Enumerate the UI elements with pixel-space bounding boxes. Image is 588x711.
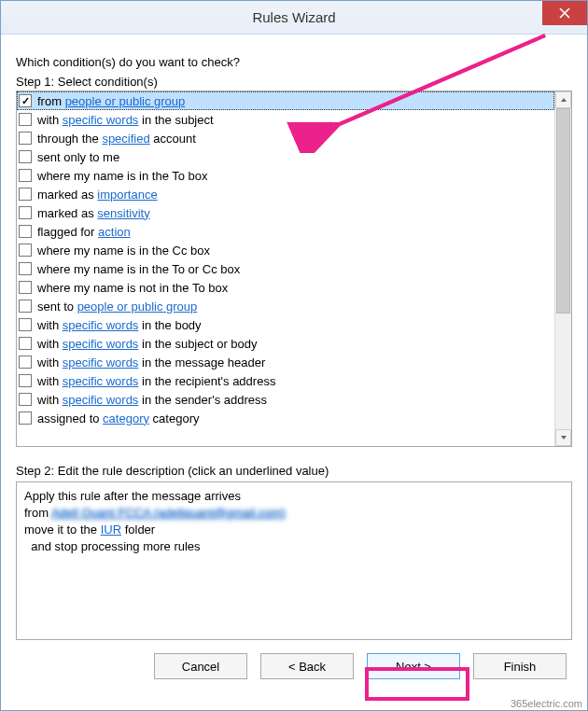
step1-label: Step 1: Select condition(s) [16, 75, 572, 89]
condition-row[interactable]: where my name is in the Cc box [17, 241, 554, 259]
watermark: 365electric.com [511, 698, 582, 709]
condition-checkbox[interactable] [19, 393, 32, 406]
condition-row[interactable]: through the specified account [17, 129, 554, 147]
condition-text: where my name is in the Cc box [37, 244, 210, 258]
condition-value-link[interactable]: specific words [63, 374, 139, 388]
cancel-button[interactable]: Cancel [154, 653, 247, 679]
condition-text: where my name is in the To or Cc box [37, 262, 240, 276]
client-area: Which condition(s) do you want to check?… [1, 35, 587, 710]
condition-row[interactable]: with specific words in the message heade… [17, 353, 554, 371]
desc-line-3: move it to the IUR folder [24, 522, 564, 538]
condition-checkbox[interactable] [19, 356, 32, 369]
condition-row[interactable]: where my name is in the To box [17, 166, 554, 185]
condition-checkbox[interactable] [19, 132, 32, 145]
back-button[interactable]: < Back [260, 653, 354, 679]
desc-line-2: from Adell Quant FCCA (adellquant@gmail.… [24, 505, 564, 522]
next-button[interactable]: Next > [367, 653, 460, 679]
step2-label: Step 2: Edit the rule description (click… [16, 464, 572, 478]
condition-text: sent to people or public group [37, 300, 197, 314]
scroll-down-button[interactable] [555, 429, 571, 446]
condition-checkbox[interactable] [19, 94, 32, 107]
condition-checkbox[interactable] [19, 337, 32, 350]
scroll-up-button[interactable] [555, 91, 571, 108]
conditions-list-items[interactable]: from people or public groupwith specific… [17, 91, 554, 446]
rules-wizard-dialog: Rules Wizard Which condition(s) do you w… [0, 0, 588, 711]
title-text: Rules Wizard [1, 9, 587, 25]
condition-value-link[interactable]: specific words [63, 393, 139, 407]
condition-text: marked as sensitivity [37, 206, 150, 220]
desc-line-4: and stop processing more rules [24, 538, 564, 555]
condition-value-link[interactable]: people or public group [77, 300, 198, 314]
condition-row[interactable]: marked as importance [17, 185, 554, 203]
condition-checkbox[interactable] [19, 188, 32, 201]
condition-row[interactable]: assigned to category category [17, 409, 554, 427]
condition-text: with specific words in the subject or bo… [37, 337, 258, 351]
condition-checkbox[interactable] [19, 300, 32, 313]
condition-text: assigned to category category [37, 411, 199, 425]
condition-value-link[interactable]: specific words [63, 337, 139, 351]
condition-row[interactable]: marked as sensitivity [17, 203, 554, 222]
condition-row[interactable]: where my name is not in the To box [17, 278, 554, 297]
close-icon [559, 7, 570, 19]
condition-value-link[interactable]: specific words [63, 318, 139, 332]
condition-checkbox[interactable] [19, 262, 32, 275]
condition-text: marked as importance [37, 188, 158, 202]
scrollbar[interactable] [554, 91, 571, 446]
condition-text: with specific words in the recipient's a… [37, 374, 275, 388]
condition-checkbox[interactable] [19, 169, 32, 182]
condition-text: with specific words in the message heade… [37, 356, 265, 369]
scroll-track[interactable] [555, 108, 571, 429]
condition-checkbox[interactable] [19, 225, 32, 238]
condition-row[interactable]: with specific words in the sender's addr… [17, 390, 554, 409]
condition-checkbox[interactable] [19, 113, 32, 126]
condition-checkbox[interactable] [19, 411, 32, 425]
rule-description-box[interactable]: Apply this rule after the message arrive… [16, 481, 572, 640]
condition-text: with specific words in the sender's addr… [37, 393, 267, 407]
desc-line-1: Apply this rule after the message arrive… [24, 488, 564, 505]
finish-button[interactable]: Finish [473, 653, 567, 679]
condition-text: flagged for action [37, 225, 131, 239]
titlebar[interactable]: Rules Wizard [1, 1, 587, 35]
folder-link[interactable]: IUR [101, 523, 121, 537]
condition-text: sent only to me [37, 150, 119, 164]
condition-row[interactable]: with specific words in the subject or bo… [17, 334, 554, 353]
condition-value-link[interactable]: sensitivity [97, 206, 149, 220]
condition-checkbox[interactable] [19, 150, 32, 163]
condition-checkbox[interactable] [19, 281, 32, 294]
question-text: Which condition(s) do you want to check? [16, 55, 572, 69]
condition-row[interactable]: with specific words in the subject [17, 110, 554, 129]
condition-value-link[interactable]: specific words [63, 356, 139, 369]
condition-text: through the specified account [37, 132, 196, 146]
sender-link[interactable]: Adell Quant FCCA (adellquant@gmail.com) [51, 506, 286, 520]
condition-checkbox[interactable] [19, 244, 32, 257]
conditions-list: from people or public groupwith specific… [16, 91, 572, 447]
condition-checkbox[interactable] [19, 318, 32, 331]
condition-row[interactable]: with specific words in the recipient's a… [17, 371, 554, 390]
condition-row[interactable]: with specific words in the body [17, 315, 554, 334]
condition-row[interactable]: flagged for action [17, 222, 554, 241]
condition-row[interactable]: sent only to me [17, 147, 554, 166]
condition-value-link[interactable]: action [98, 225, 131, 239]
chevron-down-icon [560, 435, 567, 440]
condition-value-link[interactable]: people or public group [65, 94, 186, 108]
condition-text: with specific words in the body [37, 318, 202, 332]
condition-checkbox[interactable] [19, 374, 32, 387]
condition-text: from people or public group [37, 94, 185, 108]
condition-row[interactable]: where my name is in the To or Cc box [17, 259, 554, 278]
condition-text: where my name is not in the To box [37, 281, 228, 295]
condition-value-link[interactable]: category [103, 411, 149, 425]
condition-value-link[interactable]: specified [102, 132, 149, 146]
condition-value-link[interactable]: importance [97, 188, 157, 202]
condition-checkbox[interactable] [19, 206, 32, 219]
scroll-thumb[interactable] [556, 108, 570, 314]
button-row: Cancel < Back Next > Finish [16, 653, 572, 679]
close-button[interactable] [542, 1, 587, 25]
condition-row[interactable]: from people or public group [17, 91, 554, 110]
chevron-up-icon [560, 97, 567, 103]
condition-value-link[interactable]: specific words [63, 113, 139, 127]
condition-text: where my name is in the To box [37, 169, 208, 183]
condition-text: with specific words in the subject [37, 113, 214, 127]
condition-row[interactable]: sent to people or public group [17, 297, 554, 315]
